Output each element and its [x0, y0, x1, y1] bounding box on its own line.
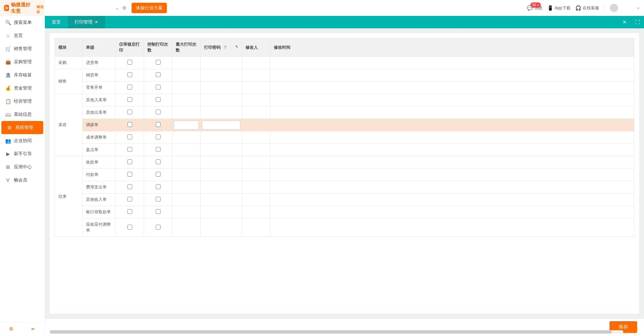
- control-checkbox[interactable]: [156, 209, 161, 214]
- operation-icon: 📋: [5, 99, 11, 104]
- settings-icon[interactable]: ⚙: [9, 326, 13, 332]
- sidebar-item-funds[interactable]: 💰资金管理: [0, 82, 45, 95]
- approved-checkbox[interactable]: [127, 60, 132, 65]
- sidebar-item-basic[interactable]: 📖基础信息: [0, 108, 45, 121]
- control-checkbox[interactable]: [156, 184, 161, 189]
- table-row: 应收应付调整单: [55, 218, 634, 237]
- control-checkbox[interactable]: [156, 159, 161, 164]
- online-service[interactable]: 🎧 在线客服: [575, 5, 599, 11]
- max-times-input[interactable]: [174, 121, 199, 130]
- approved-checkbox[interactable]: [127, 110, 132, 114]
- fullscreen-icon[interactable]: ⛶: [631, 16, 644, 28]
- header-actions: 💬 消息 99 + 📱 App下载 🎧 在线客服 | ▾: [527, 4, 639, 12]
- avatar: [610, 4, 618, 12]
- sidebar-item-operation[interactable]: 📋经营管理: [0, 95, 45, 108]
- control-checkbox[interactable]: [156, 147, 161, 152]
- sidebar-item-search-menu[interactable]: 🔍搜索菜单: [0, 16, 45, 29]
- approved-checkbox[interactable]: [127, 184, 132, 189]
- th-password: 打印密码 ？ ✎: [201, 38, 242, 57]
- tab-首页[interactable]: 首页: [45, 16, 68, 28]
- approved-checkbox[interactable]: [127, 85, 132, 90]
- vip-icon: V: [5, 177, 11, 183]
- table-row: 费用支出单: [55, 181, 634, 194]
- approved-checkbox[interactable]: [127, 134, 132, 139]
- edit-icon[interactable]: ✎: [235, 45, 238, 49]
- approved-checkbox[interactable]: [127, 197, 132, 202]
- approved-checkbox[interactable]: [127, 72, 132, 77]
- search-menu-icon: 🔍: [5, 20, 11, 25]
- control-checkbox[interactable]: [156, 97, 161, 102]
- inventory-icon: 🏦: [5, 72, 11, 78]
- table-row: 采购进货单: [55, 57, 634, 69]
- control-checkbox[interactable]: [156, 72, 161, 77]
- doc-cell: 银行存取款单: [83, 206, 116, 218]
- password-input[interactable]: [202, 121, 240, 130]
- gear-icon[interactable]: ⚙: [122, 5, 127, 11]
- approved-checkbox[interactable]: [127, 225, 132, 230]
- control-checkbox[interactable]: [156, 225, 161, 230]
- table-row: 库存其他入库单: [55, 94, 634, 106]
- control-checkbox[interactable]: [156, 172, 161, 177]
- th-approved: 仅审核后打印: [116, 38, 144, 57]
- sidebar-item-label: 畅会员: [14, 177, 27, 183]
- doc-cell: 费用支出单: [83, 181, 116, 194]
- industry-plan-button[interactable]: 体验行业方案: [132, 3, 167, 13]
- approved-checkbox[interactable]: [127, 122, 132, 127]
- sidebar-item-label: 新手引导: [14, 151, 32, 157]
- doc-cell: 付款单: [83, 169, 116, 181]
- approved-checkbox[interactable]: [127, 97, 132, 102]
- approved-checkbox[interactable]: [127, 147, 132, 152]
- org-selector[interactable]: ⌄: [50, 5, 119, 11]
- user-menu[interactable]: ▾: [610, 4, 639, 12]
- table-row: 往来收款单: [55, 156, 634, 169]
- sidebar-item-system[interactable]: ⚙系统管理: [1, 121, 43, 134]
- control-checkbox[interactable]: [156, 122, 161, 127]
- sidebar-item-inventory[interactable]: 🏦库存核算: [0, 68, 45, 82]
- chevron-down-icon: ⌄: [115, 6, 119, 10]
- approved-checkbox[interactable]: [127, 172, 132, 177]
- control-checkbox[interactable]: [156, 134, 161, 139]
- doc-cell: 调拨单: [83, 119, 116, 131]
- collapse-icon[interactable]: ⇤: [31, 326, 36, 332]
- approved-checkbox[interactable]: [127, 209, 132, 214]
- approved-checkbox[interactable]: [127, 159, 132, 164]
- home-icon: ⌂: [5, 33, 11, 38]
- sidebar-item-guide[interactable]: ▶新手引导: [0, 147, 45, 160]
- sidebar-item-collab[interactable]: 👥企业协同: [0, 134, 45, 147]
- logo-text: 畅捷通好生意: [11, 2, 34, 14]
- messages[interactable]: 💬 消息 99 +: [527, 5, 542, 11]
- close-all-icon[interactable]: ✕: [618, 16, 631, 28]
- th-max: 最大打印次数: [172, 38, 201, 57]
- phone-icon: 📱: [547, 5, 553, 11]
- logo-icon: b: [4, 5, 9, 11]
- guide-icon: ▶: [5, 151, 11, 157]
- table-row: 银行存取款单: [55, 206, 634, 218]
- app-download[interactable]: 📱 App下载: [547, 5, 570, 11]
- sidebar-item-label: 销售管理: [14, 46, 32, 52]
- control-checkbox[interactable]: [156, 197, 161, 202]
- sidebar-item-label: 采购管理: [14, 59, 32, 65]
- footer-bar: 保存: [45, 318, 644, 335]
- sidebar-item-vip[interactable]: V畅会员: [0, 174, 45, 187]
- horizontal-scrollbar[interactable]: [50, 330, 623, 334]
- sidebar-item-apps[interactable]: ⊞应用中心: [0, 160, 45, 174]
- control-checkbox[interactable]: [156, 110, 161, 114]
- close-icon[interactable]: ✕: [95, 20, 98, 25]
- doc-cell: 销货单: [83, 69, 116, 82]
- purchase-icon: 👜: [5, 59, 11, 65]
- control-checkbox[interactable]: [156, 60, 161, 65]
- sidebar-item-sales[interactable]: 🛒销售管理: [0, 42, 45, 55]
- headset-icon: 🎧: [575, 5, 581, 11]
- table-row: 调拨单: [55, 119, 634, 131]
- table-row: 其他出库单: [55, 106, 634, 119]
- tab-打印管理[interactable]: 打印管理✕: [68, 16, 105, 28]
- help-icon[interactable]: ？: [223, 45, 227, 50]
- sidebar-item-purchase[interactable]: 👜采购管理: [0, 55, 45, 68]
- tabs: 首页打印管理✕ ✕ ⛶: [45, 16, 644, 28]
- sidebar-item-home[interactable]: ⌂首页: [0, 29, 45, 42]
- logo: b 畅捷通好生意 臻选版: [0, 0, 45, 16]
- doc-cell: 其他收入单: [83, 194, 116, 206]
- sidebar-footer: ⚙ ⇤: [0, 322, 45, 335]
- control-checkbox[interactable]: [156, 85, 161, 90]
- module-cell: 采购: [55, 57, 83, 69]
